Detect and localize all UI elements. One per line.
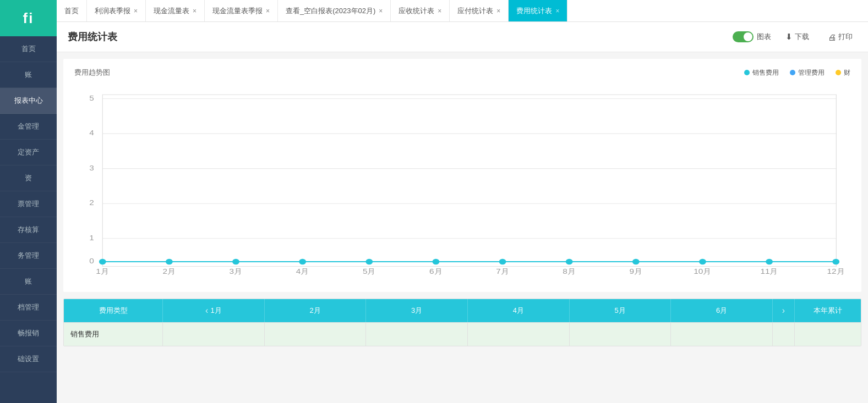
legend-sales-expense: 销售费用 [744,68,779,78]
sidebar-item-cancel[interactable]: 畅报销 [0,321,57,346]
cell-3 [366,323,468,346]
sidebar-item-invoice-mgmt[interactable]: 票管理 [0,191,57,217]
cell-6 [671,323,773,346]
sidebar-item-account[interactable]: 账 [0,62,57,88]
svg-text:3月: 3月 [230,268,243,275]
svg-text:3: 3 [89,164,94,172]
chart-svg: 5 4 3 2 1 0 [74,83,850,281]
toggle-knob [744,32,752,41]
next-col-arrow[interactable]: › [782,306,785,316]
svg-text:1月: 1月 [96,268,109,275]
col-header-ytd: 本年累计 [795,299,861,322]
svg-point-14 [166,259,173,265]
tab-cashflow[interactable]: 现金流量表 × [146,0,205,22]
download-button[interactable]: ⬇ 下载 [781,30,814,44]
svg-text:4: 4 [89,129,94,137]
page-title: 费用统计表 [68,30,117,43]
sidebar-item-fixed-assets[interactable]: 定资产 [0,140,57,165]
close-tab-payable[interactable]: × [496,7,500,15]
svg-point-18 [433,259,440,265]
tab-receivable[interactable]: 应收统计表 × [391,0,450,22]
tab-payable[interactable]: 应付统计表 × [450,0,509,22]
sidebar-item-file-mgmt[interactable]: 档管理 [0,295,57,321]
svg-text:12月: 12月 [827,268,845,275]
print-icon: 🖨 [828,32,836,42]
cell-4 [468,323,570,346]
svg-text:9月: 9月 [629,268,642,275]
close-tab-expense-stats[interactable]: × [555,7,559,15]
tab-expense-stats[interactable]: 费用统计表 × [509,0,567,22]
cell-ytd [795,323,861,346]
tab-bar: 首页 利润表季报 × 现金流量表 × 现金流量表季报 × 查看_空白报表(202… [57,0,868,22]
legend-dot-mgmt [790,70,795,75]
sidebar-item-report-center[interactable]: 报表中心 [0,88,57,114]
table-row-sales-expense: 销售费用 [64,322,861,346]
legend-finance-expense: 财 [836,68,850,78]
svg-text:4月: 4月 [296,268,309,275]
chart-toggle[interactable]: 图表 [733,31,771,42]
svg-point-24 [832,259,839,265]
svg-text:6月: 6月 [429,268,443,275]
tab-profit-quarterly[interactable]: 利润表季报 × [87,0,146,22]
toggle-track[interactable] [733,31,754,42]
cell-5 [570,323,672,346]
close-tab-profit-quarterly[interactable]: × [134,7,138,15]
legend-dot-finance [836,70,841,75]
tab-cashflow-quarterly[interactable]: 现金流量表季报 × [205,0,278,22]
legend-label-finance: 财 [844,68,850,78]
chart-title: 费用趋势图 [74,68,110,78]
close-tab-blank-report[interactable]: × [379,7,383,15]
page-header: 费用统计表 图表 ⬇ 下载 🖨 打印 [57,22,868,52]
col-header-type: 费用类型 [64,299,163,322]
sidebar-item-service-mgmt[interactable]: 务管理 [0,243,57,269]
svg-text:5: 5 [89,94,94,102]
download-icon: ⬇ [785,32,793,42]
svg-text:5月: 5月 [363,268,376,275]
tab-home[interactable]: 首页 [57,0,87,22]
legend-dot-sales [744,70,750,75]
col-header-5: 5月 [570,299,672,322]
cell-1 [163,323,265,346]
table-section: 费用类型 ‹ 1月 2月 3月 4月 5月 [63,299,861,346]
sidebar-item-fund-mgmt[interactable]: 金管理 [0,114,57,140]
cell-2 [265,323,367,346]
close-tab-cashflow-quarterly[interactable]: × [266,7,270,15]
svg-text:11月: 11月 [760,268,778,275]
svg-rect-12 [102,95,836,266]
col-header-next[interactable]: › [773,299,795,322]
col-header-4: 4月 [468,299,570,322]
svg-text:0: 0 [89,257,94,265]
print-button[interactable]: 🖨 打印 [823,30,857,44]
prev-col-arrow[interactable]: ‹ [205,306,208,316]
sidebar-item-base-settings[interactable]: 础设置 [0,346,57,372]
legend-label-mgmt: 管理费用 [798,68,825,78]
legend-mgmt-expense: 管理费用 [790,68,825,78]
content-area: 费用统计表 图表 ⬇ 下载 🖨 打印 [57,22,868,403]
tab-blank-report[interactable]: 查看_空白报表(2023年02月) × [278,0,391,22]
header-actions: 图表 ⬇ 下载 🖨 打印 [733,30,857,44]
close-tab-cashflow[interactable]: × [193,7,196,15]
sidebar-item-capital[interactable]: 资 [0,165,57,191]
col-header-2: 2月 [265,299,367,322]
svg-text:2月: 2月 [162,268,176,275]
sidebar-item-ledger[interactable]: 账 [0,269,57,295]
col-header-prev[interactable]: ‹ 1月 [163,299,265,322]
svg-point-23 [766,259,773,265]
svg-text:10月: 10月 [694,268,711,275]
svg-text:7月: 7月 [496,268,509,275]
sidebar: fi 首页 账 报表中心 金管理 定资产 资 票管理 存核算 务管理 账 档管理… [0,0,57,403]
main-area: 首页 利润表季报 × 现金流量表 × 现金流量表季报 × 查看_空白报表(202… [57,0,868,403]
svg-text:1: 1 [89,234,94,241]
svg-point-13 [99,259,106,265]
svg-point-20 [566,259,573,265]
cell-nav [773,323,795,346]
close-tab-receivable[interactable]: × [438,7,441,15]
svg-point-15 [232,259,239,265]
legend-label-sales: 销售费用 [752,68,779,78]
cell-type: 销售费用 [64,323,163,346]
svg-point-19 [499,259,506,265]
svg-point-16 [299,259,306,265]
sidebar-item-inventory[interactable]: 存核算 [0,217,57,243]
sidebar-item-home[interactable]: 首页 [0,36,57,62]
col-header-6: 6月 [671,299,773,322]
